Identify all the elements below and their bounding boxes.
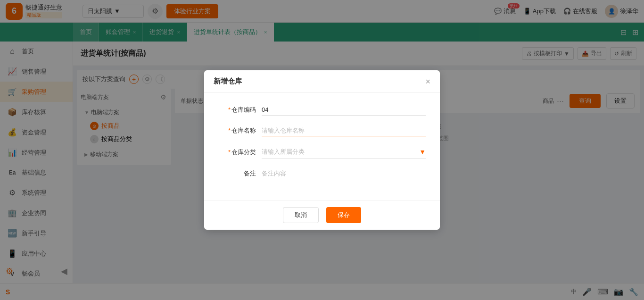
cancel-button[interactable]: 取消 [283, 207, 319, 223]
remark-input[interactable] [262, 168, 426, 179]
category-select[interactable]: 请输入所属分类 ▼ [262, 146, 426, 158]
form-row-name: *仓库名称 [218, 125, 426, 136]
category-label: *仓库分类 [218, 148, 256, 157]
dialog-footer: 取消 保存 [204, 200, 440, 230]
form-row-category: *仓库分类 请输入所属分类 ▼ [218, 146, 426, 158]
category-arrow-icon: ▼ [419, 148, 426, 156]
code-input[interactable] [262, 104, 426, 116]
category-placeholder: 请输入所属分类 [262, 148, 305, 156]
add-warehouse-dialog: 新增仓库 × *仓库编码 *仓库名称 *仓库分类 [204, 70, 440, 230]
modal-overlay: 新增仓库 × *仓库编码 *仓库名称 *仓库分类 [0, 0, 644, 300]
remark-label: 备注 [218, 169, 256, 178]
name-input[interactable] [262, 125, 426, 136]
dialog-close-btn[interactable]: × [425, 77, 430, 86]
code-label: *仓库编码 [218, 106, 256, 114]
dialog-title: 新增仓库 [214, 77, 242, 86]
form-row-code: *仓库编码 [218, 104, 426, 116]
dialog-body: *仓库编码 *仓库名称 *仓库分类 请输入所属分类 ▼ [204, 93, 440, 200]
form-row-remark: 备注 [218, 168, 426, 179]
save-button[interactable]: 保存 [326, 207, 361, 223]
dialog-header: 新增仓库 × [204, 70, 440, 93]
name-label: *仓库名称 [218, 126, 256, 135]
